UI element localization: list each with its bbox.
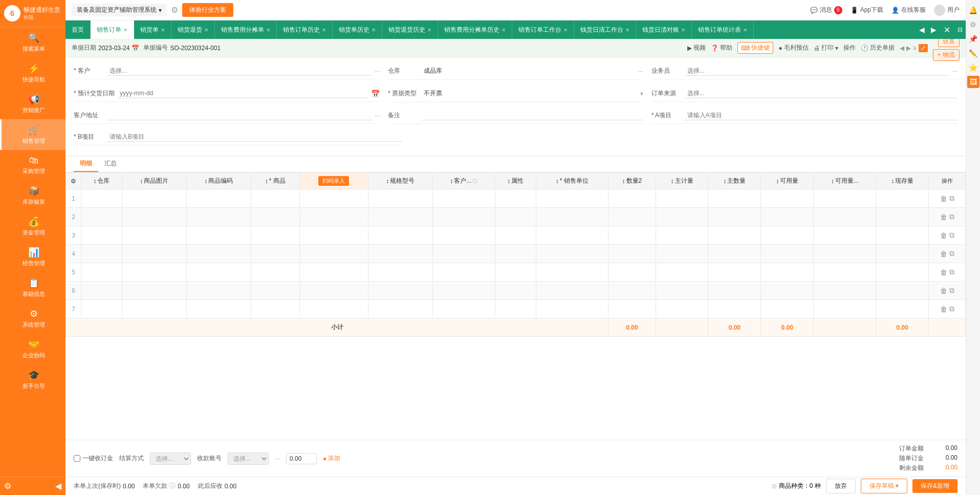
row-available[interactable] — [761, 189, 814, 208]
b-project-input[interactable] — [107, 132, 402, 142]
a-project-input[interactable] — [685, 111, 957, 120]
row-spec[interactable] — [368, 300, 432, 318]
row-delete-btn[interactable]: 🗑 — [940, 268, 947, 276]
row-available2[interactable] — [814, 263, 876, 282]
row-unit[interactable] — [536, 245, 608, 263]
row-available2[interactable] — [814, 208, 876, 226]
row-main-qty[interactable] — [708, 282, 761, 300]
row-delete-btn[interactable]: 🗑 — [940, 287, 947, 295]
sidebar-item-基础信息[interactable]: 📋基础信息 — [0, 272, 66, 303]
sidebar-item-快捷导航[interactable]: ⚡快捷导航 — [0, 58, 66, 89]
amount-input[interactable] — [286, 453, 317, 464]
layout-left-icon[interactable]: ◀ — [900, 45, 904, 52]
row-customer-ref[interactable] — [432, 263, 495, 282]
row-code[interactable] — [186, 282, 251, 300]
settings-form-btn[interactable]: 设置 — [938, 39, 960, 47]
tab-close-1[interactable]: ✕ — [123, 27, 127, 33]
remark-input[interactable] — [422, 111, 643, 120]
tab-close-5[interactable]: ✕ — [322, 27, 326, 33]
row-main-unit[interactable] — [656, 263, 708, 282]
settings-icon[interactable]: ⚙ — [4, 481, 11, 491]
sidebar-item-系统管理[interactable]: ⚙系统管理 — [0, 303, 66, 334]
row-stock[interactable] — [876, 282, 929, 300]
row-attribute[interactable] — [495, 263, 536, 282]
row-attribute[interactable] — [495, 245, 536, 263]
row-warehouse[interactable] — [81, 208, 122, 226]
col-scan[interactable]: 扫码录入 — [299, 173, 368, 189]
row-copy-btn[interactable]: ⧉ — [949, 305, 954, 313]
settings-gear-icon[interactable]: ⚙ — [171, 5, 178, 15]
row-main-unit[interactable] — [656, 300, 708, 318]
row-attribute[interactable] — [495, 208, 536, 226]
panel-icon-4[interactable]: ✏️ — [967, 47, 979, 59]
tab-close-10[interactable]: ✕ — [625, 27, 629, 33]
navtab-2[interactable]: 销货单✕ — [134, 20, 171, 39]
delivery-date-icon[interactable]: 📅 — [371, 90, 380, 98]
row-stock[interactable] — [876, 189, 929, 208]
row-attribute[interactable] — [495, 189, 536, 208]
collapse-icon[interactable]: ◀ — [55, 481, 61, 491]
row-available[interactable] — [761, 282, 814, 300]
row-main-qty[interactable] — [708, 208, 761, 226]
row-attribute[interactable] — [495, 282, 536, 300]
tab-close-6[interactable]: ✕ — [372, 27, 376, 33]
help-button[interactable]: ❓ 帮助 — [711, 44, 732, 52]
row-qty2[interactable] — [608, 208, 656, 226]
solution-button[interactable]: 体验行业方案 — [182, 3, 233, 17]
row-copy-btn[interactable]: ⧉ — [949, 194, 954, 203]
row-product[interactable] — [251, 208, 299, 226]
navtab-5[interactable]: 销售订单历史✕ — [277, 20, 333, 39]
row-code[interactable] — [186, 300, 251, 318]
customer-more-icon[interactable]: ··· — [375, 68, 380, 75]
row-unit[interactable] — [536, 226, 608, 245]
app-download-button[interactable]: 📱 App下载 — [851, 6, 883, 14]
row-warehouse[interactable] — [81, 263, 122, 282]
row-product[interactable] — [251, 300, 299, 318]
row-main-unit[interactable] — [656, 282, 708, 300]
navtab-3[interactable]: 销货退货✕ — [171, 20, 215, 39]
row-unit[interactable] — [536, 300, 608, 318]
row-product[interactable] — [251, 263, 299, 282]
row-stock[interactable] — [876, 226, 929, 245]
sidebar-item-资金管理[interactable]: 💰资金管理 — [0, 211, 66, 242]
date-picker-icon[interactable]: 📅 — [132, 45, 139, 52]
row-main-qty[interactable] — [708, 263, 761, 282]
row-customer-ref[interactable] — [432, 226, 495, 245]
row-customer-ref[interactable] — [432, 245, 495, 263]
order-source-input[interactable] — [685, 89, 957, 98]
row-unit[interactable] — [536, 263, 608, 282]
row-copy-btn[interactable]: ⧉ — [949, 249, 954, 258]
row-available[interactable] — [761, 208, 814, 226]
row-code[interactable] — [186, 189, 251, 208]
row-qty2[interactable] — [608, 226, 656, 245]
row-available2[interactable] — [814, 300, 876, 318]
tabs-left-arrow[interactable]: ◀ — [916, 20, 928, 39]
scan-btn[interactable]: 扫码录入 — [318, 176, 349, 186]
row-copy-btn[interactable]: ⧉ — [949, 268, 954, 276]
row-delete-btn[interactable]: 🗑 — [940, 250, 947, 258]
row-stock[interactable] — [876, 208, 929, 226]
tab-close-7[interactable]: ✕ — [427, 27, 431, 33]
row-qty2[interactable] — [608, 263, 656, 282]
row-product[interactable] — [251, 226, 299, 245]
payment-select[interactable]: 选择... — [150, 453, 191, 465]
navtab-1[interactable]: 销售订单✕ — [91, 20, 134, 39]
customer-addr-input[interactable] — [107, 111, 372, 120]
row-attribute[interactable] — [495, 300, 536, 318]
tabs-menu[interactable]: ⊟ — [954, 20, 966, 39]
row-warehouse[interactable] — [81, 226, 122, 245]
view-button[interactable]: ▶ 视频 — [687, 44, 706, 52]
delivery-input[interactable] — [118, 89, 368, 98]
row-unit[interactable] — [536, 208, 608, 226]
tab-close-11[interactable]: ✕ — [681, 27, 685, 33]
row-warehouse[interactable] — [81, 300, 122, 318]
row-spec[interactable] — [368, 282, 432, 300]
detail-tab-1[interactable]: 汇总 — [98, 156, 123, 172]
tab-close-4[interactable]: ✕ — [266, 27, 270, 33]
row-available2[interactable] — [814, 245, 876, 263]
row-available[interactable] — [761, 300, 814, 318]
navtab-4[interactable]: 销售费用分摊单✕ — [215, 20, 277, 39]
row-stock[interactable] — [876, 245, 929, 263]
row-unit[interactable] — [536, 282, 608, 300]
tabs-close-all[interactable]: ✕ — [940, 20, 954, 39]
